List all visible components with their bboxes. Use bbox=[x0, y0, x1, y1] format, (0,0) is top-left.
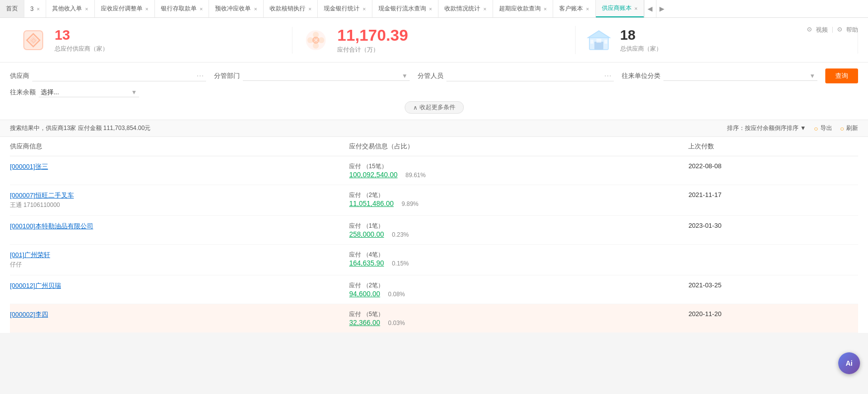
filter-dept: 分管部门 ▼ bbox=[214, 71, 410, 81]
nav-tab-customer-book[interactable]: 客户账本 × bbox=[553, 0, 595, 17]
table-row[interactable]: [000001]张三 应付 （15笔） 100,092,540.00 89.61… bbox=[10, 156, 858, 185]
nav-tab-supplier-book[interactable]: 供应商账本 × bbox=[596, 0, 644, 17]
tx-count-2: 应付 （2笔） bbox=[349, 191, 688, 199]
nav-tab-cash-bank-query[interactable]: 现金银行流水查询 × bbox=[372, 0, 438, 17]
tx-amount-row-4: 164,635.90 0.15% bbox=[349, 259, 688, 267]
svg-rect-16 bbox=[604, 40, 607, 44]
last-pay-3: 2023-01-30 bbox=[688, 222, 858, 229]
supplier-input[interactable] bbox=[32, 71, 194, 80]
close-tab-bank-deposit[interactable]: × bbox=[200, 6, 203, 12]
supplier-info-6: [000002]李四 bbox=[10, 310, 349, 319]
close-tab-ar-ap-adjust[interactable]: × bbox=[145, 6, 148, 12]
close-tab-collect-stat[interactable]: × bbox=[483, 6, 486, 12]
tx-percent-2: 9.89% bbox=[402, 200, 419, 207]
dept-select[interactable] bbox=[243, 71, 410, 80]
collapse-chevron-icon: ∧ bbox=[413, 104, 418, 111]
nav-tab-ar-ap-adjust[interactable]: 应收应付调整单 × bbox=[95, 0, 155, 17]
person-input[interactable] bbox=[446, 71, 602, 80]
tx-percent-3: 0.23% bbox=[392, 231, 409, 238]
nav-next-arrow[interactable]: ▶ bbox=[656, 0, 668, 17]
supplier-dots-icon[interactable]: ··· bbox=[194, 70, 206, 81]
tx-amount-row-6: 32,366.00 0.03% bbox=[349, 319, 688, 327]
sort-button[interactable]: 排序：按应付余额倒序排序 ▼ bbox=[727, 124, 806, 132]
supplier-count-value: 13 bbox=[55, 27, 108, 44]
supplier-name-5[interactable]: [000012]广州贝瑞 bbox=[10, 281, 349, 290]
nav-tab-cash-bank-stat[interactable]: 现金银行统计 × bbox=[318, 0, 372, 17]
unit-class-select[interactable] bbox=[663, 71, 818, 80]
supplier-sub-2: 王通 17106110000 bbox=[10, 201, 349, 209]
video-icon: ⊙ bbox=[807, 26, 812, 34]
nav-tab-receipt-verify[interactable]: 收款核销执行 × bbox=[264, 0, 318, 17]
result-bar-right: 排序：按应付余额倒序排序 ▼ ○ 导出 ○ 刷新 bbox=[727, 124, 858, 132]
tx-count-6: 应付 （5笔） bbox=[349, 310, 688, 319]
table-row[interactable]: [000100]本特勒油品有限公司 应付 （1笔） 258,000.00 0.2… bbox=[10, 216, 858, 245]
total-supplier-value: 18 bbox=[620, 27, 662, 44]
table-row[interactable]: [000002]李四 应付 （5笔） 32,366.00 0.03% 2020-… bbox=[10, 304, 858, 333]
nav-tab-3[interactable]: 3 × bbox=[24, 0, 46, 17]
help-link[interactable]: 帮助 bbox=[846, 26, 858, 34]
last-pay-5: 2021-03-25 bbox=[688, 281, 858, 289]
tx-amount-3[interactable]: 258,000.00 bbox=[349, 230, 384, 238]
supplier-name-3[interactable]: [000100]本特勒油品有限公司 bbox=[10, 222, 349, 231]
tx-amount-6[interactable]: 32,366.00 bbox=[349, 319, 380, 327]
close-tab-receipt-verify[interactable]: × bbox=[308, 6, 311, 12]
table-row[interactable]: [000007]恒旺二手叉车 王通 17106110000 应付 （2笔） 11… bbox=[10, 185, 858, 216]
collapse-button[interactable]: ∧ 收起更多条件 bbox=[405, 101, 464, 114]
svg-text:◇: ◇ bbox=[31, 37, 36, 44]
nav-tab-bank-deposit[interactable]: 银行存取款单 × bbox=[155, 0, 209, 17]
refresh-button[interactable]: ○ 刷新 bbox=[840, 124, 858, 132]
tx-amount-4[interactable]: 164,635.90 bbox=[349, 259, 384, 267]
shop-icon bbox=[585, 27, 612, 54]
close-tab-other-income[interactable]: × bbox=[85, 6, 88, 12]
export-button[interactable]: ○ 导出 bbox=[814, 124, 832, 132]
dept-filter-label: 分管部门 bbox=[214, 71, 240, 80]
tx-amount-1[interactable]: 100,092,540.00 bbox=[349, 171, 397, 179]
video-link[interactable]: 视频 bbox=[816, 26, 828, 34]
table-row[interactable]: [001]广州荣轩 仔仔 应付 （4笔） 164,635.90 0.15% bbox=[10, 245, 858, 275]
supplier-info-4: [001]广州荣轩 仔仔 bbox=[10, 251, 349, 269]
close-tab-cash-bank-query[interactable]: × bbox=[429, 6, 432, 12]
result-summary-text: 搜索结果中，供应商13家 应付金额 111,703,854.00元 bbox=[10, 124, 150, 132]
nav-tab-overdue-query[interactable]: 超期应收款查询 × bbox=[493, 0, 553, 17]
tx-amount-row-5: 94,600.00 0.08% bbox=[349, 290, 688, 298]
col-header-supplier: 供应商信息 bbox=[10, 142, 349, 151]
close-tab-cash-bank-stat[interactable]: × bbox=[362, 6, 365, 12]
close-tab-pre-collect[interactable]: × bbox=[254, 6, 257, 12]
close-tab-supplier-book[interactable]: × bbox=[635, 5, 638, 11]
tx-amount-row-1: 100,092,540.00 89.61% bbox=[349, 171, 688, 179]
tx-info-3: 应付 （1笔） 258,000.00 0.23% bbox=[349, 222, 688, 238]
supplier-name-6[interactable]: [000002]李四 bbox=[10, 310, 349, 319]
dept-select-wrap: ▼ bbox=[243, 71, 410, 81]
unit-class-select-wrap: ▼ bbox=[663, 71, 818, 81]
nav-tab-other-income[interactable]: 其他收入单 × bbox=[46, 0, 94, 17]
tx-amount-5[interactable]: 94,600.00 bbox=[349, 290, 380, 298]
supplier-name-2[interactable]: [000007]恒旺二手叉车 bbox=[10, 191, 349, 200]
nav-tab-collect-stat[interactable]: 收款情况统计 × bbox=[438, 0, 493, 17]
tx-percent-1: 89.61% bbox=[406, 172, 426, 179]
close-tab-customer-book[interactable]: × bbox=[586, 6, 589, 12]
nav-tab-home[interactable]: 首页 bbox=[0, 0, 24, 17]
close-tab-overdue-query[interactable]: × bbox=[544, 6, 547, 12]
supplier-info-5: [000012]广州贝瑞 bbox=[10, 281, 349, 290]
summary-info-suppliers: 13 总应付供应商（家） bbox=[55, 27, 108, 53]
help-icon: ⊙ bbox=[837, 26, 842, 34]
person-dots-icon[interactable]: ··· bbox=[602, 70, 613, 81]
diamond-icon: ◇ bbox=[20, 27, 47, 54]
payable-total-label: 应付合计（万） bbox=[337, 46, 408, 54]
supplier-name-4[interactable]: [001]广州荣轩 bbox=[10, 251, 349, 260]
query-button[interactable]: 查询 bbox=[825, 68, 858, 83]
filter-row-1: 供应商 ··· 分管部门 ▼ 分管人员 ··· bbox=[10, 68, 858, 83]
table-row[interactable]: [000012]广州贝瑞 应付 （2笔） 94,600.00 0.08% 202… bbox=[10, 275, 858, 304]
person-input-wrap: ··· bbox=[446, 70, 614, 81]
tx-amount-row-3: 258,000.00 0.23% bbox=[349, 230, 688, 238]
balance-select[interactable]: 选择... bbox=[39, 87, 139, 97]
nav-tab-pre-collect[interactable]: 预收冲应收单 × bbox=[209, 0, 263, 17]
close-tab-3[interactable]: × bbox=[37, 6, 40, 12]
summary-info-total-suppliers: 18 总供应商（家） bbox=[620, 27, 662, 53]
nav-prev-arrow[interactable]: ◀ bbox=[644, 0, 656, 17]
table-header: 供应商信息 应付交易信息（占比） 上次付数 bbox=[10, 137, 858, 156]
tx-amount-row-2: 11,051,486.00 9.89% bbox=[349, 199, 688, 207]
tx-amount-2[interactable]: 11,051,486.00 bbox=[349, 199, 394, 207]
supplier-name-1[interactable]: [000001]张三 bbox=[10, 162, 349, 171]
balance-filter-label: 往来余额 bbox=[10, 88, 36, 97]
